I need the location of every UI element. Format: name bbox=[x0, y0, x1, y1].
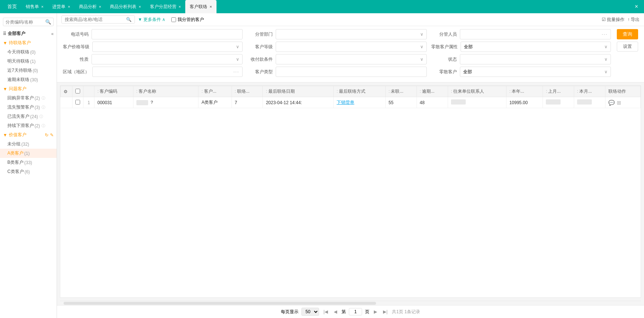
td-this-year: 10995.00 bbox=[506, 97, 543, 108]
nature-arrow: ∨ bbox=[236, 57, 239, 62]
table-header-row: ⚙ :客户编码 :客户名称 :客户... :联络... :最后联络日期 :最后联… bbox=[61, 86, 641, 97]
row-checkbox[interactable] bbox=[75, 100, 80, 105]
retail-label: 零散客户 bbox=[431, 69, 457, 75]
batch-operation-btn[interactable]: ☑ 批量操作 bbox=[602, 17, 625, 23]
settings-button[interactable]: 设置 bbox=[617, 42, 638, 52]
total-info: 共1页 1条记录 bbox=[392, 309, 420, 315]
tab-customer-contact[interactable]: 客户联络 × bbox=[185, 0, 216, 13]
sidebar-search-box[interactable]: 🔍 bbox=[3, 18, 54, 26]
status-input[interactable]: ∨ bbox=[460, 54, 611, 64]
th-code: :客户编码 bbox=[94, 86, 133, 97]
section-pending-contact[interactable]: ▼ 待联络客户 bbox=[0, 38, 57, 47]
action-buttons: ☑ 批量操作 ↑ 导出 bbox=[602, 17, 640, 23]
filter-field-status: 状态 ∨ bbox=[431, 54, 611, 64]
filter-row-2: 客户价格等级 ∨ 客户等级 ∨ 零散客户属性 bbox=[63, 42, 611, 52]
phone-input[interactable] bbox=[92, 29, 243, 39]
td-last-method[interactable]: 下销货单 bbox=[333, 97, 385, 108]
horizontal-scrollbar[interactable] bbox=[60, 301, 641, 305]
nature-input[interactable]: ∨ bbox=[92, 54, 243, 64]
th-prev-contact: :往来单位联系人 bbox=[448, 86, 506, 97]
dept-input[interactable]: ∨ bbox=[276, 29, 427, 39]
customer-type-input[interactable] bbox=[276, 67, 427, 77]
td-actions: 💬 ⊞ bbox=[605, 97, 640, 108]
payment-input[interactable]: ∨ bbox=[276, 54, 427, 64]
more-actions-icon[interactable]: ⊞ bbox=[617, 100, 621, 106]
sidebar-item-7day-pending[interactable]: 近7天待联络 (0) bbox=[0, 66, 57, 75]
sidebar-item-a-class[interactable]: A类客户 (1) bbox=[0, 149, 57, 158]
tab-customer-segment[interactable]: 客户分层经营 × bbox=[146, 0, 185, 13]
per-page-select[interactable]: 50 bbox=[301, 308, 319, 316]
sidebar-item-lost-customers[interactable]: 已流失客户 (24) ⓘ bbox=[0, 112, 57, 121]
close-tab-contact[interactable]: × bbox=[210, 4, 212, 9]
dept-arrow: ∨ bbox=[420, 32, 423, 37]
section-problem-customers[interactable]: ▼ 问题客户 bbox=[0, 84, 57, 93]
phone-label: 电话号码 bbox=[63, 31, 89, 38]
section-value-customers: ▼ 价值客户 ↻ ✎ bbox=[0, 130, 57, 139]
close-tab-product-list[interactable]: × bbox=[139, 4, 141, 9]
close-tab-sales[interactable]: × bbox=[41, 4, 43, 9]
retail-input[interactable]: 全部 ∨ bbox=[460, 67, 611, 77]
my-customers-checkbox[interactable]: 我分管的客户 bbox=[171, 17, 204, 23]
tab-sales-order[interactable]: 销售单 × bbox=[21, 0, 48, 13]
tab-product-analysis-list[interactable]: 商品分析列表 × bbox=[105, 0, 145, 13]
sidebar-item-overdue-contact[interactable]: 逾期未联络 (30) bbox=[0, 75, 57, 84]
filter-search-input[interactable] bbox=[65, 17, 126, 22]
sidebar-item-unclassified[interactable]: 未分组 (32) bbox=[0, 139, 57, 149]
nav-home[interactable]: 首页 bbox=[3, 0, 21, 13]
close-tab-purchase[interactable]: × bbox=[68, 4, 70, 9]
sidebar-item-loss-warning[interactable]: 流失预警客户 (3) ⓘ bbox=[0, 103, 57, 112]
td-overdue: 48 bbox=[416, 97, 448, 108]
refresh-icon[interactable]: ↻ bbox=[45, 132, 49, 138]
region-input[interactable]: ··· bbox=[92, 67, 243, 77]
td-last-date: 2023-04-12 14:44: bbox=[263, 97, 333, 108]
collapse-sidebar-icon[interactable]: « bbox=[51, 31, 54, 36]
status-label: 状态 bbox=[431, 56, 457, 63]
th-checkbox[interactable] bbox=[72, 86, 83, 97]
sidebar-item-repurchase-abnormal[interactable]: 回购异常客户 (2) ⓘ bbox=[0, 93, 57, 103]
filter-field-price-grade: 客户价格等级 ∨ bbox=[63, 42, 243, 52]
info-icon-lost: ⓘ bbox=[39, 114, 43, 119]
sidebar-item-c-class[interactable]: C类客户 (6) bbox=[0, 167, 57, 176]
select-all-checkbox[interactable] bbox=[75, 89, 80, 93]
close-tab-product-analysis[interactable]: × bbox=[99, 4, 101, 9]
th-this-year: :本年... bbox=[506, 86, 543, 97]
row-action-buttons: 💬 ⊞ bbox=[608, 100, 637, 106]
sidebar-item-declining[interactable]: 持续下滑客户 (2) ⓘ bbox=[0, 121, 57, 130]
message-icon[interactable]: 💬 bbox=[608, 100, 615, 106]
filter-field-region: 区域（地区） ··· bbox=[63, 67, 243, 77]
tab-product-analysis[interactable]: 商品分析 × bbox=[75, 0, 105, 13]
td-checkbox[interactable] bbox=[72, 97, 83, 108]
sidebar-search-input[interactable] bbox=[6, 20, 45, 25]
edit-icon[interactable]: ✎ bbox=[50, 132, 54, 138]
first-page-btn[interactable]: |◀ bbox=[322, 308, 329, 315]
customer-type-label: 客户类型 bbox=[247, 69, 273, 75]
filter-icon: ▼ bbox=[138, 17, 142, 22]
sidebar-item-b-class[interactable]: B类客户 (33) bbox=[0, 158, 57, 167]
last-page-btn[interactable]: ▶| bbox=[382, 308, 389, 315]
sidebar-item-today-pending[interactable]: 今天待联络 (0) bbox=[0, 47, 57, 57]
query-button[interactable]: 查询 bbox=[617, 29, 638, 39]
export-btn[interactable]: ↑ 导出 bbox=[627, 17, 640, 23]
th-settings[interactable]: ⚙ bbox=[61, 86, 72, 97]
close-all-tabs[interactable]: × bbox=[632, 3, 641, 10]
retail-attr-input[interactable]: 全部 ∨ bbox=[461, 42, 611, 52]
info-icon-loss: ⓘ bbox=[42, 105, 45, 110]
page-number-input[interactable] bbox=[349, 308, 362, 315]
close-tab-segment[interactable]: × bbox=[179, 4, 181, 9]
more-conditions-btn[interactable]: ▼ 更多条件 ∧ bbox=[138, 17, 165, 23]
filter-search-box[interactable]: 🔍 bbox=[61, 15, 135, 24]
scrollbar-thumb[interactable] bbox=[64, 302, 376, 305]
sidebar-item-tomorrow-pending[interactable]: 明天待联络 (1) bbox=[0, 57, 57, 66]
data-table-area: ⚙ :客户编码 :客户名称 :客户... :联络... :最后联络日期 :最后联… bbox=[60, 85, 641, 298]
filter-field-manager: 分管人员 ··· bbox=[431, 29, 611, 39]
prev-page-btn[interactable]: ◀ bbox=[332, 308, 339, 315]
customer-grade-input[interactable]: ∨ bbox=[276, 42, 427, 52]
region-dots: ··· bbox=[233, 69, 239, 74]
my-customers-check[interactable] bbox=[171, 17, 176, 22]
tab-purchase-order[interactable]: 进货单 × bbox=[48, 0, 74, 13]
manager-input[interactable]: ··· bbox=[460, 29, 611, 39]
th-overdue: :逾期... bbox=[416, 86, 448, 97]
price-grade-input[interactable]: ∨ bbox=[92, 42, 243, 52]
next-page-btn[interactable]: ▶ bbox=[372, 308, 379, 315]
filter-row-4: 区域（地区） ··· 客户类型 零散客户 bbox=[63, 67, 611, 77]
